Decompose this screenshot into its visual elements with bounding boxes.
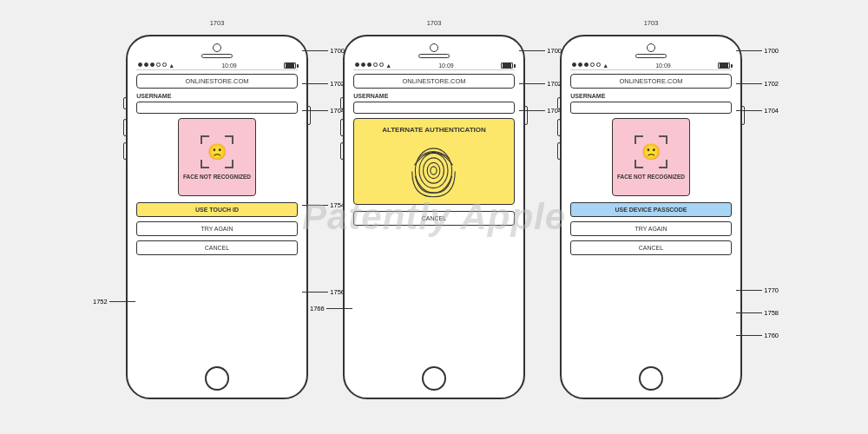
battery-fill-1 — [286, 63, 294, 68]
status-bar-2: ▲ 10:09 — [353, 62, 514, 70]
dot4 — [156, 62, 161, 67]
alt-auth-box: ALTERNATE AUTHENTICATION — [353, 118, 514, 205]
dot3-2 — [367, 62, 372, 67]
use-touch-id-btn[interactable]: USE TOUCH ID — [136, 202, 297, 217]
status-time-2: 10:09 — [438, 62, 454, 69]
phone-1: ▲ 10:09 ONLINESTORE.COM USERNAME — [126, 35, 308, 399]
dot4-3 — [590, 62, 595, 67]
username-field-1[interactable] — [136, 102, 297, 114]
phone-top-1 — [128, 36, 306, 62]
face-emoji-1: 🙁 — [207, 144, 227, 160]
signal-dots-1: ▲ — [138, 62, 174, 69]
ref-line-1702p3 — [736, 83, 762, 84]
phone-3: ▲ 10:09 ONLINESTORE.COM USERNAME — [560, 35, 742, 399]
username-field-3[interactable] — [570, 102, 731, 114]
try-again-btn-3[interactable]: TRY AGAIN — [570, 221, 731, 236]
use-device-passcode-btn[interactable]: USE DEVICE PASSCODE — [570, 202, 731, 217]
dot5-3 — [596, 62, 601, 67]
corner-br-1 — [225, 160, 233, 168]
dot2-3 — [578, 62, 582, 67]
try-again-btn-1[interactable]: TRY AGAIN — [136, 221, 297, 236]
ref-1760-p3: 1760 — [736, 332, 779, 339]
ref-line-1754p1 — [302, 205, 328, 206]
cancel-btn-2[interactable]: CANCEL — [353, 211, 514, 226]
dot2 — [144, 62, 148, 67]
phone-3-wrapper: 1703 ▲ 10:09 — [560, 35, 742, 399]
ref-1703-p2: 1703 — [427, 19, 442, 27]
ref-1703-p3: 1703 — [644, 19, 659, 27]
screen-2: ONLINESTORE.COM USERNAME ALTERNATE AUTHE… — [353, 74, 514, 359]
username-label-1: USERNAME — [136, 93, 297, 99]
ref-1703-p1: 1703 — [210, 19, 225, 27]
ref-1704-p3: 1704 — [736, 107, 779, 115]
url-bar-3[interactable]: ONLINESTORE.COM — [570, 74, 731, 89]
dot1-3 — [572, 62, 576, 67]
url-bar-2[interactable]: ONLINESTORE.COM — [353, 74, 514, 89]
corner-bl-3 — [635, 160, 643, 168]
speaker-1 — [201, 54, 233, 58]
ref-1700-p3: 1700 — [736, 47, 779, 55]
phone-2-wrapper: 1703 ▲ 10:09 — [343, 35, 525, 399]
face-id-box-3: 🙁 FACE NOT RECOGNIZED — [612, 118, 690, 196]
ref-1754-p1: 1754 — [302, 201, 345, 209]
ref-1770-p3: 1770 — [736, 286, 779, 294]
ref-1752-p1: 1752 — [93, 298, 135, 306]
input-row-1 — [136, 102, 297, 114]
corner-br-3 — [659, 160, 667, 168]
side-btn-left2-1 — [123, 119, 127, 136]
ref-1702-p2: 1702 — [519, 80, 562, 88]
status-time-3: 10:09 — [655, 62, 671, 69]
speaker-3 — [635, 54, 667, 58]
dot5-2 — [379, 62, 384, 67]
phone-bottom-1 — [128, 359, 306, 398]
ref-line-1770p3 — [736, 290, 762, 291]
ref-line-1760p3 — [736, 335, 762, 336]
dot3 — [150, 62, 155, 67]
status-bar-1: ▲ 10:09 — [136, 62, 297, 70]
side-btn-left3-3 — [557, 142, 561, 160]
home-btn-1[interactable] — [205, 366, 229, 391]
phone-top-3 — [562, 36, 740, 62]
signal-dots-2: ▲ — [355, 62, 391, 69]
fingerprint-area — [358, 141, 510, 201]
home-btn-3[interactable] — [639, 366, 663, 391]
face-not-recognized-1: FACE NOT RECOGNIZED — [183, 174, 251, 180]
username-label-3: USERNAME — [570, 93, 731, 99]
phone-bottom-2 — [345, 359, 523, 398]
status-bar-3: ▲ 10:09 — [570, 62, 731, 70]
wifi-icon: ▲ — [168, 62, 174, 69]
ref-line-1752p1 — [109, 301, 135, 302]
ref-line-1700p1 — [302, 50, 328, 51]
wifi-icon-3: ▲ — [602, 62, 608, 69]
face-id-box-1: 🙁 FACE NOT RECOGNIZED — [178, 118, 256, 196]
face-scan-frame-1: 🙁 — [201, 135, 233, 168]
ref-1702-p3: 1702 — [736, 80, 779, 88]
ref-line-1704p1 — [302, 110, 328, 111]
ref-1704-p2: 1704 — [519, 107, 562, 115]
dot5 — [162, 62, 167, 67]
status-time-1: 10:09 — [221, 62, 237, 69]
ref-line-1702p1 — [302, 83, 328, 84]
phone-top-2 — [345, 36, 523, 62]
dot2-2 — [361, 62, 365, 67]
wifi-icon-2: ▲ — [385, 62, 391, 69]
dot3-3 — [584, 62, 589, 67]
phone-bottom-3 — [562, 359, 740, 398]
ref-line-1704p2 — [519, 110, 545, 111]
phone-2: ▲ 10:09 ONLINESTORE.COM USERNAME ALTERNA… — [343, 35, 525, 399]
camera-2 — [430, 43, 438, 52]
camera-3 — [647, 43, 655, 52]
cancel-btn-3[interactable]: CANCEL — [570, 240, 731, 255]
dot1-2 — [355, 62, 359, 67]
username-label-2: USERNAME — [353, 93, 514, 99]
face-scan-frame-3: 🙁 — [635, 135, 667, 168]
svg-point-4 — [416, 148, 452, 193]
url-bar-1[interactable]: ONLINESTORE.COM — [136, 74, 297, 89]
home-btn-2[interactable] — [422, 366, 446, 391]
svg-point-1 — [428, 162, 441, 178]
cancel-btn-1[interactable]: CANCEL — [136, 240, 297, 255]
battery-fill-2 — [503, 63, 511, 68]
username-field-2[interactable] — [353, 102, 514, 114]
battery-3 — [718, 62, 730, 69]
signal-dots-3: ▲ — [572, 62, 608, 69]
